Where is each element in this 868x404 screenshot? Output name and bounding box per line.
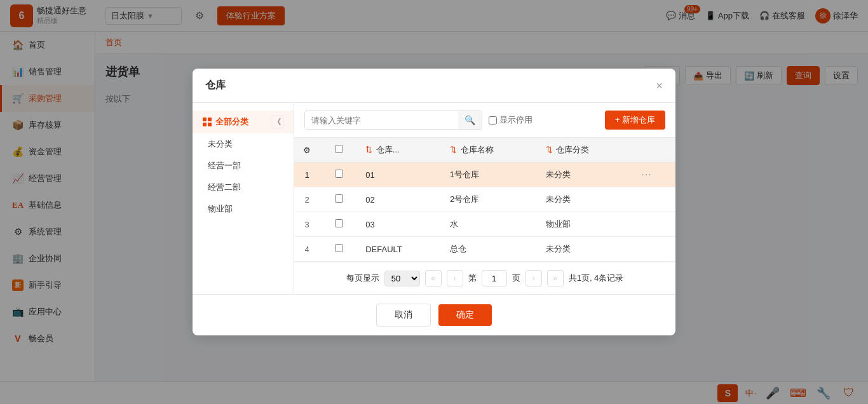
sort-icon-code: ⇅ [365,145,372,154]
row-name-2: 2号仓库 [442,187,538,212]
row-name-1: 1号仓库 [442,163,538,187]
last-page-btn[interactable]: » [547,270,564,286]
show-disabled-checkbox[interactable] [489,116,497,125]
modal-header: 仓库 × [193,69,675,103]
pagination-bar: 每页显示 50 100 « ‹ 第 页 › [294,262,675,294]
row-more-4[interactable] [634,237,675,262]
next-page-btn[interactable]: › [526,270,542,286]
table-row[interactable]: 1 01 1号仓库 未分类 ··· [294,163,675,187]
row-name-4: 总仓 [442,237,538,262]
table-header-row: ⚙ ⇅ 仓库... ⇅ 仓库名称 [294,138,675,163]
table-row[interactable]: 4 DEFAULT 总仓 未分类 [294,237,675,262]
modal-body: 全部分类 《 未分类 经营一部 经营二部 物业部 [193,103,675,294]
col-category-header: ⇅ 仓库分类 [538,138,634,163]
page-label: 第 [468,273,477,284]
row-more-3[interactable] [634,212,675,237]
select-all-checkbox[interactable] [335,145,343,153]
sidebar-collapse-btn[interactable]: 《 [271,116,283,128]
row-num-2: 2 [294,187,320,212]
col-gear: ⚙ [294,138,320,163]
modal-search-toolbar: 🔍 显示停用 + 新增仓库 [294,103,675,138]
more-icon[interactable]: ··· [641,169,651,180]
warehouse-modal: 仓库 × 全部分类 《 未分类 经营一部 [193,69,675,335]
modal-title: 仓库 [205,79,226,92]
sort-icon-name: ⇅ [450,145,457,154]
row-more-1[interactable]: ··· [634,163,675,187]
grid-icon [203,118,212,126]
table-row[interactable]: 2 02 2号仓库 未分类 [294,187,675,212]
first-page-btn[interactable]: « [425,270,442,286]
search-input[interactable] [305,112,458,129]
row-category-2: 未分类 [538,187,634,212]
search-btn[interactable]: 🔍 [458,111,482,129]
category-dept1[interactable]: 经营一部 [193,155,294,177]
all-categories-header[interactable]: 全部分类 《 [193,111,294,133]
row-check-3[interactable] [320,212,358,237]
category-property[interactable]: 物业部 [193,198,294,220]
per-page-select[interactable]: 50 100 [384,271,420,286]
table-row[interactable]: 3 03 水 物业部 [294,212,675,237]
col-checkbox [320,138,358,163]
row-category-1: 未分类 [538,163,634,187]
warehouse-table-container: ⚙ ⇅ 仓库... ⇅ 仓库名称 [294,138,675,262]
warehouse-table: ⚙ ⇅ 仓库... ⇅ 仓库名称 [294,138,675,262]
row-check-4[interactable] [320,237,358,262]
category-unclassified[interactable]: 未分类 [193,133,294,155]
modal-overlay: 仓库 × 全部分类 《 未分类 经营一部 [0,0,868,404]
cancel-button[interactable]: 取消 [376,304,431,327]
col-code-header: ⇅ 仓库... [358,138,442,163]
add-warehouse-btn[interactable]: + 新增仓库 [605,111,665,130]
row-more-2[interactable] [634,187,675,212]
page-number-input[interactable] [482,270,507,286]
prev-page-btn[interactable]: ‹ [447,270,463,286]
row-name-3: 水 [442,212,538,237]
row-category-3: 物业部 [538,212,634,237]
page-unit: 页 [512,273,520,284]
modal-close-btn[interactable]: × [656,80,663,91]
row-check-1[interactable] [320,163,358,187]
modal-main-area: 🔍 显示停用 + 新增仓库 ⚙ [294,103,675,294]
per-page-label: 每页显示 [346,273,379,284]
row-category-4: 未分类 [538,237,634,262]
modal-category-sidebar: 全部分类 《 未分类 经营一部 经营二部 物业部 [193,103,294,294]
col-name-header: ⇅ 仓库名称 [442,138,538,163]
row-num-1: 1 [294,163,320,187]
confirm-button[interactable]: 确定 [438,304,492,326]
row-num-3: 3 [294,212,320,237]
sort-icon-category: ⇅ [546,145,553,154]
row-check-2[interactable] [320,187,358,212]
search-box: 🔍 [304,111,482,130]
col-actions-header [634,138,675,163]
total-info: 共1页, 4条记录 [569,273,624,284]
row-code-2: 02 [358,187,442,212]
modal-actions: 取消 确定 [193,294,675,335]
category-dept2[interactable]: 经营二部 [193,177,294,198]
row-code-4: DEFAULT [358,237,442,262]
row-code-3: 03 [358,212,442,237]
show-disabled-label[interactable]: 显示停用 [489,114,532,126]
row-code-1: 01 [358,163,442,187]
row-num-4: 4 [294,237,320,262]
